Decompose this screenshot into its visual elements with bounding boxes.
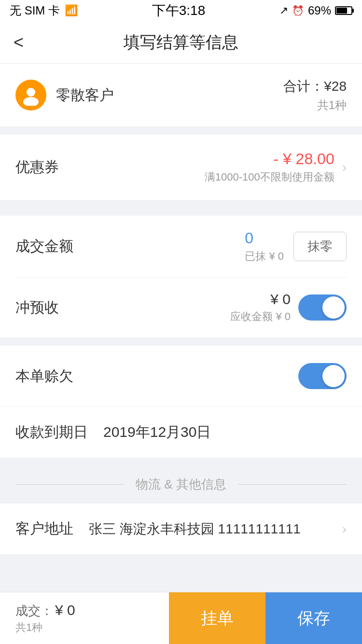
logistics-divider: 物流 & 其他信息 [0, 465, 362, 504]
debt-toggle[interactable] [298, 363, 347, 389]
address-section[interactable]: 客户地址 张三 海淀永丰科技园 11111111111 › [0, 504, 362, 555]
prepay-toggle[interactable] [298, 294, 347, 321]
logistics-line-right [238, 484, 347, 485]
coupon-value: - ¥ 28.00 满1000-100不限制使用金额 [205, 150, 334, 184]
coupon-row[interactable]: 优惠券 - ¥ 28.00 满1000-100不限制使用金额 › [0, 135, 362, 200]
battery-percent: 69% [308, 4, 331, 17]
status-time: 下午3:18 [152, 1, 206, 20]
prepay-row: 冲预收 ¥ 0 应收金额 ¥ 0 [15, 278, 347, 337]
bottom-left: 成交： ¥ 0 共1种 [0, 602, 169, 635]
divider-4 [0, 555, 362, 562]
bottom-bar: 成交： ¥ 0 共1种 挂单 保存 [0, 592, 362, 644]
prepay-value-block: ¥ 0 应收金额 ¥ 0 [230, 291, 291, 324]
logistics-line-left [15, 484, 124, 485]
due-section: 收款到期日 2019年12月30日 [0, 407, 362, 458]
status-left: 无 SIM 卡 📶 [10, 3, 78, 18]
sim-label: 无 SIM 卡 [10, 3, 60, 18]
deal-sub: 已抹 ¥ 0 [245, 249, 284, 264]
deal-amount-row: 成交金额 0 已抹 ¥ 0 抹零 [15, 216, 347, 278]
due-date[interactable]: 2019年12月30日 [103, 422, 211, 442]
address-label: 客户地址 [15, 519, 73, 539]
status-bar: 无 SIM 卡 📶 下午3:18 ↗ ⏰ 69% [0, 0, 362, 21]
wifi-icon: 📶 [65, 4, 78, 17]
svg-point-1 [23, 97, 39, 106]
deal-value-block: 0 已抹 ¥ 0 [245, 229, 284, 264]
customer-total: 合计：¥28 [283, 77, 347, 96]
deal-prepay-section: 成交金额 0 已抹 ¥ 0 抹零 冲预收 ¥ 0 应收金额 ¥ 0 [0, 216, 362, 338]
status-right: ↗ ⏰ 69% [279, 4, 352, 17]
coupon-section: 优惠券 - ¥ 28.00 满1000-100不限制使用金额 › [0, 135, 362, 200]
due-row: 收款到期日 2019年12月30日 [15, 422, 347, 442]
bottom-amount: ¥ 0 [55, 602, 75, 618]
location-icon: ↗ [279, 4, 288, 17]
coupon-desc: 满1000-100不限制使用金额 [205, 170, 334, 184]
coupon-label: 优惠券 [15, 157, 59, 177]
page-title: 填写结算等信息 [124, 31, 238, 54]
alarm-icon: ⏰ [292, 5, 304, 16]
customer-count: 共1种 [283, 98, 347, 113]
customer-left: 零散客户 [15, 80, 114, 111]
deal-label: 成交金额 [15, 237, 73, 256]
prepay-right: ¥ 0 应收金额 ¥ 0 [230, 291, 347, 324]
bottom-count: 共1种 [15, 620, 153, 635]
nav-bar: < 填写结算等信息 [0, 21, 362, 64]
svg-point-0 [27, 88, 35, 97]
logistics-label: 物流 & 其他信息 [136, 476, 226, 493]
divider-1 [0, 208, 362, 216]
address-value: 张三 海淀永丰科技园 11111111111 [89, 520, 342, 538]
coupon-chevron-icon: › [342, 160, 347, 175]
prepay-sub: 应收金额 ¥ 0 [230, 309, 291, 324]
debt-section: 本单赊欠 [0, 346, 362, 407]
coupon-amount: - ¥ 28.00 [205, 150, 334, 168]
bottom-deal-label: 成交： [15, 602, 53, 619]
customer-right: 合计：¥28 共1种 [283, 77, 347, 113]
round-button[interactable]: 抹零 [293, 232, 347, 261]
battery-icon [335, 6, 352, 15]
coupon-right: - ¥ 28.00 满1000-100不限制使用金额 › [205, 150, 347, 184]
back-button[interactable]: < [14, 32, 24, 53]
debt-label: 本单赊欠 [15, 366, 73, 386]
customer-section: 零散客户 合计：¥28 共1种 [0, 64, 362, 127]
save-button[interactable]: 保存 [265, 592, 362, 644]
divider-3 [0, 458, 362, 465]
due-label: 收款到期日 [15, 422, 88, 442]
content: 零散客户 合计：¥28 共1种 优惠券 - ¥ 28.00 满1000-100不… [0, 64, 362, 620]
customer-name: 零散客户 [56, 85, 114, 105]
divider-2 [0, 338, 362, 346]
deal-right: 0 已抹 ¥ 0 抹零 [245, 229, 347, 264]
prepay-amount: ¥ 0 [230, 291, 291, 308]
customer-row[interactable]: 零散客户 合计：¥28 共1种 [0, 64, 362, 127]
prepay-label: 冲预收 [15, 298, 59, 318]
hold-button[interactable]: 挂单 [169, 592, 265, 644]
deal-value[interactable]: 0 [245, 229, 284, 247]
address-chevron-icon: › [342, 521, 347, 537]
customer-avatar [15, 80, 46, 111]
